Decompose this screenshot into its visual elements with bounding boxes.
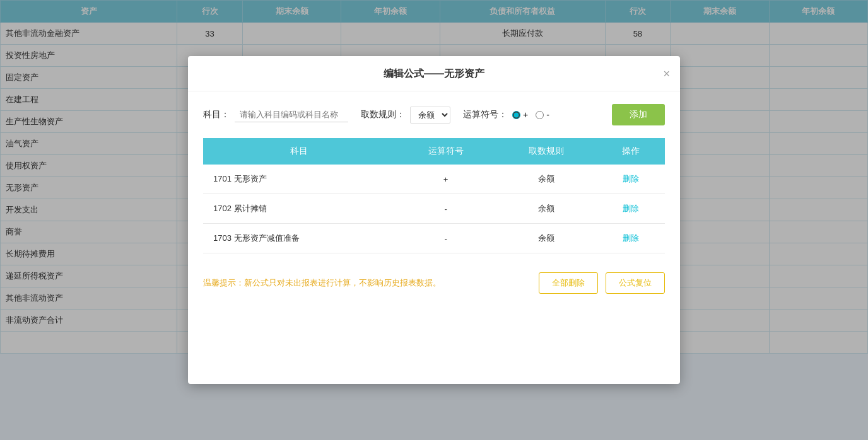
formula-row: 1703 无形资产减值准备 - 余额 删除 xyxy=(203,224,665,253)
action-cell: 删除 xyxy=(596,224,665,253)
rule-label: 取数规则： xyxy=(361,109,405,120)
delete-row-button[interactable]: 删除 xyxy=(623,174,639,183)
rule-select-wrapper: 余额 借方 贷方 xyxy=(410,107,450,124)
radio-plus-item[interactable]: + xyxy=(512,110,528,120)
minus-label: - xyxy=(546,110,549,120)
th-action: 操作 xyxy=(596,138,665,165)
operator-cell: - xyxy=(396,194,496,224)
footer-buttons: 全部删除 公式复位 xyxy=(539,272,665,294)
delete-row-button[interactable]: 删除 xyxy=(623,233,639,243)
modal-dialog: 编辑公式——无形资产 × 科目： 取数规则： 余额 借方 贷方 xyxy=(188,56,680,384)
form-row: 科目： 取数规则： 余额 借方 贷方 运算符号： xyxy=(188,91,680,138)
operator-label: 运算符号： xyxy=(463,109,507,120)
delete-all-button[interactable]: 全部删除 xyxy=(539,272,598,294)
subject-input[interactable] xyxy=(235,107,348,122)
radio-minus[interactable] xyxy=(536,111,544,119)
formula-table: 科目 运算符号 取数规则 操作 1701 无形资产 + 余额 删除 1702 累… xyxy=(203,138,665,253)
modal-title: 编辑公式——无形资产 xyxy=(384,68,484,79)
action-cell: 删除 xyxy=(596,165,665,194)
table-header-row: 科目 运算符号 取数规则 操作 xyxy=(203,138,665,165)
action-cell: 删除 xyxy=(596,194,665,224)
operator-cell: - xyxy=(396,224,496,253)
radio-minus-item[interactable]: - xyxy=(536,110,549,120)
th-operator: 运算符号 xyxy=(396,138,496,165)
rule-cell: 余额 xyxy=(496,165,596,194)
subject-cell: 1703 无形资产减值准备 xyxy=(203,224,396,253)
reset-formula-button[interactable]: 公式复位 xyxy=(606,272,665,294)
hint-text: 温馨提示：新公式只对未出报表进行计算，不影响历史报表数据。 xyxy=(203,277,441,289)
th-subject: 科目 xyxy=(203,138,396,165)
subject-cell: 1702 累计摊销 xyxy=(203,194,396,224)
th-rule: 取数规则 xyxy=(496,138,596,165)
operator-cell: + xyxy=(396,165,496,194)
rule-cell: 余额 xyxy=(496,224,596,253)
rule-cell: 余额 xyxy=(496,194,596,224)
subject-label: 科目： xyxy=(203,109,230,120)
formula-row: 1701 无形资产 + 余额 删除 xyxy=(203,165,665,194)
modal-close-button[interactable]: × xyxy=(663,68,670,79)
modal-header: 编辑公式——无形资产 × xyxy=(188,56,680,91)
rule-select[interactable]: 余额 借方 贷方 xyxy=(410,107,450,124)
delete-row-button[interactable]: 删除 xyxy=(623,204,639,213)
data-table-wrapper: 科目 运算符号 取数规则 操作 1701 无形资产 + 余额 删除 1702 累… xyxy=(188,138,680,253)
modal-footer: 温馨提示：新公式只对未出报表进行计算，不影响历史报表数据。 全部删除 公式复位 xyxy=(188,260,680,306)
rule-group: 取数规则： 余额 借方 贷方 xyxy=(361,107,450,124)
radio-plus[interactable] xyxy=(512,111,520,119)
plus-label: + xyxy=(523,110,528,120)
add-button[interactable]: 添加 xyxy=(612,104,665,125)
subject-cell: 1701 无形资产 xyxy=(203,165,396,194)
formula-row: 1702 累计摊销 - 余额 删除 xyxy=(203,194,665,224)
operator-group: 运算符号： + - xyxy=(463,109,549,120)
modal-overlay: 编辑公式——无形资产 × 科目： 取数规则： 余额 借方 贷方 xyxy=(0,0,868,440)
radio-group: + - xyxy=(512,110,549,120)
subject-group: 科目： xyxy=(203,107,348,122)
